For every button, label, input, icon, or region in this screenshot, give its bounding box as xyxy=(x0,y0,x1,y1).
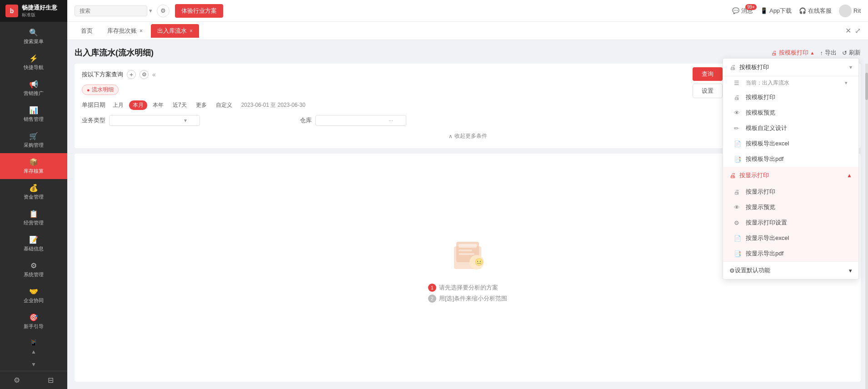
warehouse-field: 仓库 ··· xyxy=(300,115,406,126)
message-icon: 💬 xyxy=(732,7,739,14)
tip-num-2: 2 xyxy=(428,294,436,303)
refresh-button[interactable]: ↺ 刷新 xyxy=(842,49,861,57)
app-download-button[interactable]: 📱 App下载 xyxy=(760,7,792,15)
sales-icon: 📊 xyxy=(29,106,38,115)
filter-title: 按以下方案查询 xyxy=(82,70,123,79)
display-export-pdf-item[interactable]: 📑 按显示导出pdf xyxy=(723,246,858,261)
sidebar-item-marketing[interactable]: 📢营销推广 xyxy=(0,75,67,101)
date-tab-7days[interactable]: 近7天 xyxy=(169,100,190,110)
print-template-button[interactable]: 🖨 按模板打印 ▲ xyxy=(771,49,815,57)
template-print-icon: 🖨 xyxy=(734,94,741,101)
tab-flow[interactable]: 出入库流水 × xyxy=(151,24,199,38)
filter-collapse-icon[interactable]: « xyxy=(152,71,156,78)
trial-button[interactable]: 体验行业方案 xyxy=(175,4,223,18)
sidebar-item-quicknav[interactable]: ⚡快捷导航 xyxy=(0,50,67,75)
display-section-arrow: ▲ xyxy=(847,172,852,179)
settings-bottom-icon[interactable]: ⚙ xyxy=(14,376,20,384)
tab-batch-close[interactable]: × xyxy=(140,28,143,34)
business-type-arrow-icon: ▾ xyxy=(184,117,187,124)
sidebar-scroll-up[interactable]: ▲ xyxy=(29,347,38,356)
maximize-page-icon[interactable]: ⤢ xyxy=(855,26,861,35)
user-avatar[interactable]: Rit xyxy=(839,5,861,17)
inventory-icon: 📦 xyxy=(29,158,38,166)
top-header: ▾ ⚙ 体验行业方案 💬 消息 99+ 📱 App下载 🎧 在线客服 Rit xyxy=(67,0,868,22)
display-preview-item[interactable]: 👁 按显示预览 xyxy=(723,199,858,215)
sidebar-item-sales[interactable]: 📊销售管理 xyxy=(0,101,67,127)
online-service-button[interactable]: 🎧 在线客服 xyxy=(799,7,832,15)
tab-flow-close[interactable]: × xyxy=(190,28,193,34)
display-print-section-header[interactable]: 🖨 按显示打印 ▲ xyxy=(723,167,858,184)
sidebar-item-finance[interactable]: 💰资金管理 xyxy=(0,179,67,205)
printer-icon: 🖨 xyxy=(771,50,777,56)
sidebar-item-purchase[interactable]: 🛒采购管理 xyxy=(0,127,67,153)
header-actions: 💬 消息 99+ 📱 App下载 🎧 在线客服 Rit xyxy=(732,5,861,17)
template-print-section-header[interactable]: 🖨 按模板打印 ▾ xyxy=(723,59,858,76)
business-type-select[interactable]: ▾ xyxy=(109,115,200,126)
display-excel-icon: 📄 xyxy=(734,235,741,242)
warehouse-select[interactable]: ··· xyxy=(315,115,406,126)
sidebar-scroll-down[interactable]: ▼ xyxy=(29,360,38,369)
query-button[interactable]: 查询 xyxy=(693,67,723,81)
close-page-icon[interactable]: ✕ xyxy=(845,26,851,35)
date-tab-custom[interactable]: 自定义 xyxy=(212,100,236,110)
right-scrollbar[interactable] xyxy=(865,64,868,389)
tab-batch[interactable]: 库存批次账 × xyxy=(101,24,149,38)
set-default-arrow: ▾ xyxy=(849,267,852,274)
display-print-section: 🖨 按显示打印 ▲ 🖨 按显示打印 👁 按显示预览 ⚙ 按显示打印设置 📄 按显… xyxy=(723,167,858,261)
message-button[interactable]: 💬 消息 99+ xyxy=(732,7,753,15)
date-tab-last-month[interactable]: 上月 xyxy=(109,100,127,110)
date-range-display: 2023-06-01 至 2023-06-30 xyxy=(241,101,305,109)
business-icon: 📋 xyxy=(29,209,38,218)
sidebar-item-system[interactable]: ⚙系统管理 xyxy=(0,257,67,283)
sidebar-item-search[interactable]: 🔍搜索菜单 xyxy=(0,24,67,50)
svg-rect-2 xyxy=(459,244,477,248)
svg-rect-4 xyxy=(459,253,474,255)
sidebar-item-business[interactable]: 📋经营管理 xyxy=(0,205,67,231)
tab-home[interactable]: 首页 xyxy=(75,24,99,38)
scrollbar-thumb[interactable] xyxy=(865,73,868,100)
sidebar-item-inventory[interactable]: 📦库存核算 xyxy=(0,153,67,179)
page-title-bar: 出入库流水(流水明细) 🖨 按模板打印 ▲ ↑ 导出 ↺ 刷新 xyxy=(75,47,861,58)
dropdown-footer[interactable]: ⚙ 设置默认功能 ▾ xyxy=(723,261,858,279)
sidebar-item-guide[interactable]: 🎯新手引导 xyxy=(0,309,67,334)
template-preview-icon: 👁 xyxy=(734,110,741,116)
search-input[interactable] xyxy=(80,8,134,14)
guide-icon: 🎯 xyxy=(29,313,38,322)
sidebar-item-collab[interactable]: 🤝企业协同 xyxy=(0,283,67,309)
system-icon: ⚙ xyxy=(30,261,37,270)
template-export-excel-item[interactable]: 📄 按模板导出excel xyxy=(723,136,858,151)
collapse-sidebar-icon[interactable]: ⊟ xyxy=(48,376,54,384)
date-tab-this-year[interactable]: 本年 xyxy=(149,100,167,110)
template-print-header-icon: 🖨 xyxy=(729,64,736,71)
search-icon: 🔍 xyxy=(29,28,38,37)
export-button[interactable]: ↑ 导出 xyxy=(820,49,837,57)
template-print-item[interactable]: 🖨 按模板打印 xyxy=(723,90,858,105)
template-custom-item[interactable]: ✏ 模板自定义设计 xyxy=(723,120,858,136)
display-print-settings-item[interactable]: ⚙ 按显示打印设置 xyxy=(723,215,858,230)
filter-settings-button[interactable]: ⚙ xyxy=(140,70,149,79)
sidebar-item-basic[interactable]: 📝基础信息 xyxy=(0,231,67,257)
tip-num-1: 1 xyxy=(428,284,436,292)
set-default-icon: ⚙ xyxy=(729,267,735,274)
display-export-excel-item[interactable]: 📄 按显示导出excel xyxy=(723,230,858,246)
sidebar: b 畅捷通好生意 标准版 🔍搜索菜单⚡快捷导航📢营销推广📊销售管理🛒采购管理📦库… xyxy=(0,0,67,389)
template-export-pdf-item[interactable]: 📑 按模板导出pdf xyxy=(723,151,858,167)
active-filter-tag[interactable]: ● 流水明细 xyxy=(82,85,119,95)
sidebar-item-appcenter[interactable]: 📱应用中心 xyxy=(0,334,67,345)
svg-rect-3 xyxy=(459,249,472,251)
display-print-item[interactable]: 🖨 按显示打印 xyxy=(723,184,858,199)
message-badge: 99+ xyxy=(745,4,757,10)
template-preview-item[interactable]: 👁 按模板预览 xyxy=(723,105,858,120)
date-tab-more[interactable]: 更多 xyxy=(192,100,210,110)
business-type-field: 业务类型 ▾ xyxy=(82,115,200,126)
search-dropdown-icon[interactable]: ▾ xyxy=(149,7,152,14)
date-field: 单据日期 上月 本月 本年 近7天 更多 自定义 2023-06-01 至 20… xyxy=(82,100,305,110)
page-actions: 🖨 按模板打印 ▲ ↑ 导出 ↺ 刷新 xyxy=(771,49,861,57)
appcenter-icon: 📱 xyxy=(29,339,38,345)
header-settings-icon[interactable]: ⚙ xyxy=(157,5,170,17)
warehouse-label: 仓库 xyxy=(300,116,312,125)
settings-button[interactable]: 设置 xyxy=(693,84,723,98)
phone-icon: 📱 xyxy=(760,7,768,14)
filter-add-button[interactable]: + xyxy=(127,70,136,79)
date-tab-this-month[interactable]: 本月 xyxy=(129,100,147,110)
